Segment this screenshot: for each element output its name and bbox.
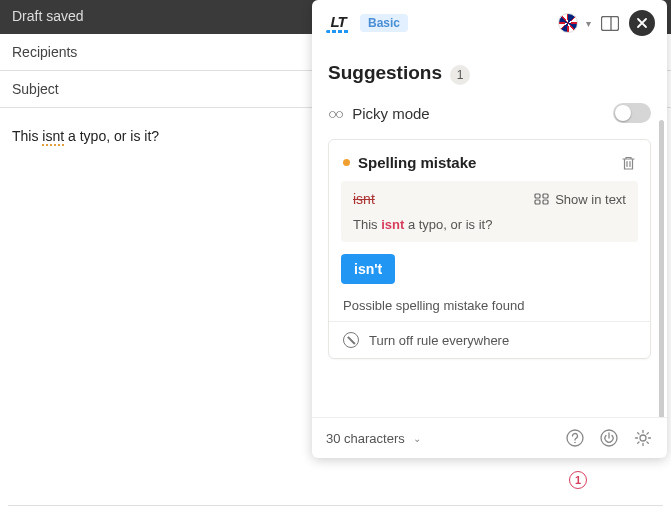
trash-icon[interactable] xyxy=(621,155,636,171)
card-title: Spelling mistake xyxy=(358,154,476,171)
svg-point-7 xyxy=(574,442,576,444)
ban-icon xyxy=(343,332,359,348)
power-icon[interactable] xyxy=(599,428,619,448)
locate-icon xyxy=(534,193,549,205)
turn-off-rule-button[interactable]: Turn off rule everywhere xyxy=(329,321,650,350)
subject-label: Subject xyxy=(12,81,59,97)
suggestions-header: Suggestions 1 xyxy=(328,62,651,85)
svg-rect-2 xyxy=(535,194,540,198)
draft-status-text: Draft saved xyxy=(12,8,84,24)
svg-rect-5 xyxy=(543,200,548,204)
picky-mode-toggle[interactable] xyxy=(613,103,651,123)
svg-point-9 xyxy=(640,435,646,441)
gear-icon[interactable] xyxy=(633,428,653,448)
svg-rect-4 xyxy=(535,200,540,204)
picky-mode-row: ○○ Picky mode xyxy=(328,103,651,123)
suggestions-title: Suggestions xyxy=(328,62,442,84)
plan-badge[interactable]: Basic xyxy=(360,14,408,32)
lt-panel: LT Basic ▾ Suggestions 1 ○○ Picky mode S xyxy=(312,0,667,458)
struck-word: isnt xyxy=(353,191,375,207)
svg-rect-0 xyxy=(602,16,619,30)
scrollbar[interactable] xyxy=(659,120,664,417)
svg-line-14 xyxy=(638,433,639,434)
severity-dot-icon xyxy=(343,159,350,166)
body-mistake-word[interactable]: isnt xyxy=(42,128,64,146)
close-button[interactable] xyxy=(629,10,655,36)
svg-line-15 xyxy=(647,442,648,443)
window-mode-icon[interactable] xyxy=(599,12,621,34)
explanation-text: Possible spelling mistake found xyxy=(343,298,636,313)
chevron-down-icon[interactable]: ⌄ xyxy=(413,433,421,444)
chevron-down-icon[interactable]: ▾ xyxy=(586,18,591,29)
recipients-label: Recipients xyxy=(12,44,77,60)
picky-mode-label: Picky mode xyxy=(352,105,430,122)
glasses-icon: ○○ xyxy=(328,105,342,122)
panel-footer: 30 characters ⌄ xyxy=(312,417,667,458)
example-box: isnt Show in text This isnt a typo, or i… xyxy=(341,181,638,242)
suggestion-chip[interactable]: isn't xyxy=(341,254,395,284)
svg-line-17 xyxy=(647,433,648,434)
lt-logo-icon: LT xyxy=(324,13,352,33)
svg-line-16 xyxy=(638,442,639,443)
panel-header: LT Basic ▾ xyxy=(312,0,667,46)
suggestion-card: Spelling mistake isnt Show in text This … xyxy=(328,139,651,359)
error-count-badge[interactable]: 1 xyxy=(569,471,587,489)
turn-off-rule-label: Turn off rule everywhere xyxy=(369,333,509,348)
highlighted-error: isnt xyxy=(381,217,404,232)
body-text-pre: This xyxy=(12,128,42,144)
svg-rect-3 xyxy=(543,194,548,198)
bottom-toolbar xyxy=(8,505,663,519)
svg-point-6 xyxy=(567,430,583,446)
show-in-text-button[interactable]: Show in text xyxy=(534,192,626,207)
char-count: 30 characters xyxy=(326,431,405,446)
panel-body: Suggestions 1 ○○ Picky mode Spelling mis… xyxy=(312,46,667,417)
language-flag-icon[interactable] xyxy=(558,13,578,33)
show-in-text-label: Show in text xyxy=(555,192,626,207)
help-icon[interactable] xyxy=(565,428,585,448)
example-sentence: This isnt a typo, or is it? xyxy=(353,217,626,232)
suggestions-count-badge: 1 xyxy=(450,65,470,85)
body-text-post: a typo, or is it? xyxy=(64,128,159,144)
